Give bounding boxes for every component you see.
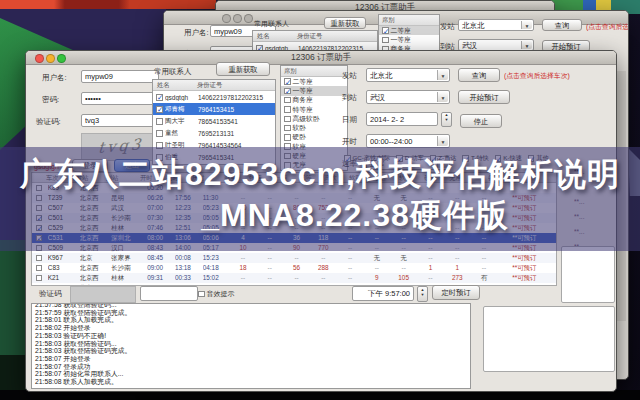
contact-row[interactable]: 童然 7695213131: [153, 127, 275, 139]
contact-row[interactable]: 陶大宇 78654153541: [153, 115, 275, 127]
from-station-select[interactable]: 北京北 ▼: [458, 19, 534, 31]
train-checkbox[interactable]: [36, 265, 43, 272]
seat-checkbox[interactable]: [284, 134, 291, 141]
train-checkbox[interactable]: [36, 275, 43, 282]
arrive-time: 00:33: [175, 273, 201, 283]
maximize-icon[interactable]: [57, 54, 66, 63]
arrive-time: 14:36: [175, 283, 201, 285]
contact-id: 140622197812202315: [198, 94, 275, 101]
depart-time: 08:45: [147, 253, 173, 263]
seat-count: --: [418, 253, 443, 263]
seat-class-row[interactable]: 二等座: [281, 77, 347, 86]
train-checkbox[interactable]: [36, 255, 43, 262]
maximize-icon[interactable]: [244, 14, 253, 23]
contacts-title: 常用联系人: [254, 19, 289, 29]
seat-checkbox[interactable]: [284, 106, 291, 113]
to-station-value: 武汉: [370, 93, 385, 102]
time-range-select[interactable]: 00:00--24:00 ▼: [366, 134, 450, 148]
close-icon[interactable]: [222, 14, 231, 23]
seat-count: --: [338, 253, 363, 263]
contact-row[interactable]: 邓青梅 7964153415: [153, 103, 275, 115]
log-panel[interactable]: 21:57:58 获取登陆验证码...21:57:59 获取登陆验证码完成。21…: [31, 303, 471, 389]
bottom-captcha-image[interactable]: [70, 286, 136, 303]
log-line: 21:58:02 开始登录: [32, 324, 470, 332]
seat-count: --: [472, 253, 497, 263]
seat-checkbox[interactable]: [284, 78, 291, 85]
seat-class-row[interactable]: 二等座: [379, 26, 439, 35]
from-station-select[interactable]: 北京北 ▼: [366, 68, 450, 82]
to-station-value: 武汉: [462, 41, 477, 50]
refresh-contacts-button[interactable]: 重新获取: [216, 62, 270, 76]
contacts-list-header: 姓名 身份证号: [253, 31, 377, 42]
seat-count: --: [284, 273, 309, 283]
seat-class-row[interactable]: 商务座: [281, 96, 347, 105]
contact-checkbox[interactable]: [156, 130, 163, 137]
contact-checkbox[interactable]: [156, 94, 163, 101]
password-field[interactable]: [81, 92, 159, 105]
seat-checkbox[interactable]: [382, 37, 389, 44]
bottom-captcha-field[interactable]: [140, 286, 198, 301]
refresh-contacts-button[interactable]: 重新获取: [324, 17, 366, 29]
query-button[interactable]: 查询: [458, 68, 500, 82]
query-button[interactable]: 查询: [542, 19, 582, 31]
main-titlebar[interactable]: 12306 订票助手: [26, 51, 616, 65]
chevron-down-icon[interactable]: ▼: [521, 21, 532, 29]
stop-button[interactable]: 停止: [460, 114, 502, 128]
chevron-down-icon[interactable]: ▼: [437, 136, 448, 146]
time-range-value: 00:00--24:00: [370, 137, 413, 146]
seat-count: --: [391, 263, 416, 273]
from-station-value: 北京北: [370, 71, 393, 80]
contacts-title: 常用联系人: [154, 67, 192, 77]
sound-alert-option[interactable]: 音效提示: [198, 289, 235, 299]
timed-booking-button[interactable]: 定时预订: [432, 285, 480, 300]
query-hint-note: (点击查询后选择车次): [504, 71, 604, 81]
to-station-select[interactable]: 武汉 ▼: [366, 90, 450, 104]
captcha-field[interactable]: [81, 114, 159, 127]
log-line: 21:58:08 联系人加载完成。: [32, 378, 470, 386]
from-station: 北京西: [80, 273, 110, 283]
date-stepper[interactable]: ▲▼: [441, 112, 452, 127]
minimize-icon[interactable]: [46, 54, 55, 63]
seat-class-row[interactable]: 一等座: [281, 86, 347, 95]
bookable-note: **可预订: [498, 273, 550, 283]
log-line: 21:58:03 验证码不正确!: [32, 332, 470, 340]
minimize-icon[interactable]: [233, 14, 242, 23]
name-column-header: 姓名: [157, 81, 170, 90]
train-table-row[interactable]: K967 北京 张家界 08:45 00:08 15:23 -- -- -- -…: [32, 253, 556, 263]
sound-checkbox[interactable]: [198, 291, 205, 298]
chevron-down-icon[interactable]: ▼: [437, 92, 448, 102]
contact-row[interactable]: gsdgtgh 140622197812202315: [153, 91, 275, 103]
chevron-down-icon[interactable]: ▼: [521, 41, 532, 49]
contact-checkbox[interactable]: [156, 118, 163, 125]
seat-checkbox[interactable]: [284, 88, 291, 95]
seat-class-row[interactable]: 高级软卧: [281, 114, 347, 123]
sound-label: 音效提示: [207, 289, 235, 299]
log-line: 21:58:07 开始登录: [32, 355, 470, 363]
seat-class-row[interactable]: 一等座: [379, 35, 439, 44]
seat-count: --: [364, 263, 389, 273]
train-checkbox[interactable]: [36, 285, 43, 286]
seat-checkbox[interactable]: [284, 97, 291, 104]
name-column-header: 姓名: [257, 32, 270, 41]
train-checkbox-cell: [32, 283, 46, 285]
time-stepper[interactable]: ▲▼: [417, 286, 428, 302]
start-booking-button[interactable]: 开始预订: [458, 90, 510, 104]
contact-checkbox[interactable]: [156, 106, 163, 113]
close-icon[interactable]: [35, 54, 44, 63]
seat-checkbox[interactable]: [284, 116, 291, 123]
train-table-row[interactable]: K21 北京西 桂林 09:31 00:33 15:02 -- -- -- --…: [32, 273, 556, 283]
duration: 04:18: [203, 263, 229, 273]
date-field[interactable]: 2014- 2- 2: [366, 112, 438, 126]
seat-class-row[interactable]: 软卧: [281, 123, 347, 132]
seat-checkbox[interactable]: [382, 27, 389, 34]
train-table-row[interactable]: C83 北京西 长沙南 09:00 13:18 04:18 18 -- 56 2…: [32, 263, 556, 273]
log-line: 21:58:03 获取登陆验证码...: [32, 340, 470, 348]
schedule-time-field[interactable]: 下午 9:57:00: [352, 286, 414, 301]
chevron-down-icon[interactable]: ▼: [437, 70, 448, 80]
seat-checkbox[interactable]: [284, 125, 291, 132]
seat-class-row[interactable]: 硬卧: [281, 133, 347, 142]
username-field[interactable]: [81, 70, 159, 83]
from-station-label: 发站: [342, 71, 357, 81]
seat-class-row[interactable]: 特等座: [281, 105, 347, 114]
seat-count: --: [311, 273, 336, 283]
